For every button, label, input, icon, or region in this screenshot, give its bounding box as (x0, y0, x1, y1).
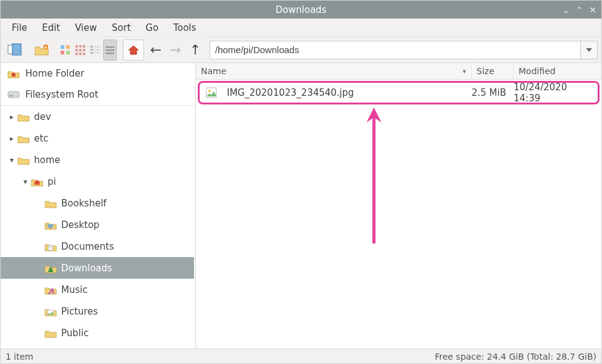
tree-item-label: Bookshelf (61, 198, 106, 209)
view-compact-button[interactable] (88, 40, 102, 61)
places-home-folder[interactable]: Home Folder (1, 63, 195, 84)
svg-point-36 (208, 90, 211, 92)
tree-expander-icon[interactable]: ▸ (7, 134, 17, 143)
view-icons-icon (60, 44, 71, 56)
maximize-button[interactable]: ⌃ (576, 5, 583, 15)
path-dropdown-button[interactable] (580, 41, 598, 59)
svg-rect-6 (61, 51, 64, 54)
annotation-arrow (362, 108, 386, 250)
tree-expander-icon[interactable]: ▾ (20, 177, 30, 186)
svg-rect-23 (106, 46, 114, 48)
places-root-label: Filesystem Root (25, 89, 98, 100)
file-manager-window: Downloads ⌄ ⌃ ✕ File Edit View Sort Go T… (0, 0, 602, 364)
tree-item-label: etc (34, 133, 48, 144)
svg-rect-16 (83, 53, 85, 55)
svg-text:★: ★ (44, 45, 48, 50)
svg-rect-18 (95, 46, 100, 48)
folder-icon (30, 176, 44, 187)
new-tab-button[interactable] (4, 40, 25, 61)
tree-item-label: Documents (61, 241, 114, 252)
folder-icon (17, 111, 30, 122)
svg-rect-14 (75, 53, 78, 55)
tree-item-dev[interactable]: ▸dev (1, 106, 194, 127)
places-filesystem-root[interactable]: Filesystem Root (1, 84, 195, 105)
view-list-button[interactable] (103, 40, 117, 61)
path-input[interactable] (210, 41, 580, 59)
nav-buttons: ← → ↑ (146, 42, 205, 57)
tree-item-downloads[interactable]: Downloads (1, 257, 194, 279)
titlebar: Downloads ⌄ ⌃ ✕ (1, 1, 601, 19)
svg-rect-21 (90, 52, 93, 54)
tree-expander-icon[interactable]: ▾ (7, 156, 17, 164)
tree-expander-icon[interactable]: ▸ (7, 112, 17, 121)
tree-item-home[interactable]: ▾home (1, 149, 194, 171)
svg-rect-26 (8, 91, 19, 98)
status-free-space: Free space: 24.4 GiB (Total: 28.7 GiB) (435, 352, 596, 362)
drive-icon (7, 90, 20, 99)
menu-go[interactable]: Go (140, 20, 165, 35)
svg-rect-8 (75, 45, 78, 48)
tree-item-public[interactable]: Public (1, 322, 194, 344)
tree-item-label: Music (61, 284, 88, 295)
svg-rect-22 (95, 52, 100, 54)
file-row[interactable]: IMG_20201023_234540.jpg2.5 MiB10/24/2020… (200, 83, 598, 103)
folder-icon (44, 284, 57, 295)
svg-rect-12 (79, 49, 82, 51)
status-bar: 1 item Free space: 24.4 GiB (Total: 28.7… (1, 349, 601, 363)
tree-item-label: pi (48, 176, 56, 187)
minimize-button[interactable]: ⌄ (562, 5, 570, 15)
home-button[interactable] (123, 40, 144, 61)
folder-icon (44, 198, 57, 209)
svg-rect-28 (48, 224, 53, 227)
places-sidebar: Home Folder Filesystem Root ▸dev▸etc▾hom… (1, 63, 196, 349)
nav-back-button[interactable]: ← (146, 42, 165, 57)
tree-item-label: dev (34, 111, 51, 122)
tree-item-bookshelf[interactable]: Bookshelf (1, 192, 194, 214)
tree-item-desktop[interactable]: Desktop (1, 214, 194, 235)
svg-rect-15 (79, 53, 82, 55)
view-list-icon (104, 44, 116, 56)
window-title: Downloads (276, 4, 326, 15)
toolbar: ★ (1, 37, 601, 63)
menu-sort[interactable]: Sort (106, 20, 137, 35)
svg-rect-27 (9, 95, 13, 96)
tree-item-pictures[interactable]: Pictures (1, 300, 194, 322)
svg-rect-10 (83, 45, 85, 48)
tree-item-pi[interactable]: ▾pi (1, 171, 194, 192)
chevron-down-icon (586, 48, 592, 52)
svg-rect-5 (66, 45, 70, 49)
svg-rect-17 (90, 46, 93, 48)
svg-rect-7 (66, 51, 70, 54)
tree-item-documents[interactable]: Documents (1, 235, 194, 257)
annotation-highlight: IMG_20201023_234540.jpg2.5 MiB10/24/2020… (198, 81, 600, 104)
folder-icon (17, 133, 30, 144)
file-list[interactable]: IMG_20201023_234540.jpg2.5 MiB10/24/2020… (196, 80, 601, 349)
nav-forward-button[interactable]: → (166, 42, 185, 57)
menu-file[interactable]: File (6, 20, 33, 35)
folder-icon (17, 154, 30, 166)
file-view: Name ▾ Size Modified IMG_20201023_234540… (196, 63, 601, 349)
menu-tools[interactable]: Tools (167, 20, 202, 35)
path-bar (210, 41, 598, 59)
folder-tree: ▸dev▸etc▾home▾piBookshelfDesktopDocument… (1, 106, 195, 349)
column-headers: Name ▾ Size Modified (196, 63, 601, 80)
tree-item-music[interactable]: Music (1, 279, 194, 300)
tree-item-label: Public (61, 328, 88, 339)
nav-up-button[interactable]: ↑ (186, 42, 205, 57)
new-folder-button[interactable]: ★ (32, 40, 53, 61)
view-icons-button[interactable] (59, 40, 72, 61)
file-name: IMG_20201023_234540.jpg (227, 87, 354, 98)
column-modified[interactable]: Modified (514, 63, 601, 79)
column-name[interactable]: Name ▾ (196, 63, 472, 79)
folder-icon (44, 241, 57, 252)
view-thumbnails-button[interactable] (74, 40, 87, 61)
menu-edit[interactable]: Edit (36, 20, 66, 35)
tree-item-label: home (34, 154, 61, 166)
folder-icon (44, 219, 57, 231)
folder-icon (44, 306, 57, 317)
column-size[interactable]: Size (472, 63, 514, 79)
places-home-label: Home Folder (25, 68, 84, 79)
close-button[interactable]: ✕ (589, 5, 596, 15)
menu-view[interactable]: View (69, 20, 103, 35)
tree-item-etc[interactable]: ▸etc (1, 127, 194, 149)
